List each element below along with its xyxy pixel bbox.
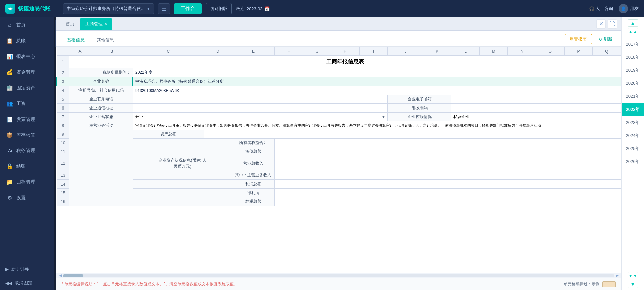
row-num: 13	[57, 171, 69, 180]
col-header-p[interactable]: P	[564, 47, 592, 56]
sidebar-item-reports[interactable]: 📊 报表中心	[0, 49, 56, 64]
company-selector[interactable]: 中审众环会计师事务所（特殊普通合伙... ▼	[63, 3, 154, 14]
col-header-m[interactable]: M	[480, 47, 508, 56]
user-menu[interactable]: 👤 用友	[619, 4, 639, 13]
year-nav-up-icon[interactable]: ▲	[628, 19, 638, 27]
report-title-cell[interactable]: 工商年报信息表	[69, 56, 621, 68]
business-value-cell[interactable]: 审查企业会计报表；出具审计报告；验证企业资本；出具验资报告；办理企业合开、分立、…	[133, 121, 621, 130]
postal-value-cell[interactable]	[451, 104, 621, 113]
sidebar-item-ledger[interactable]: 📋 总账	[0, 33, 56, 49]
col-header-q[interactable]: Q	[593, 47, 621, 56]
sidebar-item-home[interactable]: ⌂ 首页	[0, 17, 56, 33]
sub-tab-other[interactable]: 其他信息	[91, 34, 119, 46]
document-icon[interactable]: ☰	[158, 3, 170, 14]
col-header-k[interactable]: K	[423, 47, 451, 56]
business-label-cell: 主营业务活动	[69, 121, 133, 130]
scroll-right-icon[interactable]: ▶	[614, 273, 620, 278]
year-item-2017[interactable]: 2017年	[622, 38, 644, 51]
guide-button[interactable]: ▶ 新手引导	[0, 262, 56, 276]
sidebar-item-finance[interactable]: 💰 资金管理	[0, 64, 56, 80]
net-profit-value-cell[interactable]	[275, 189, 621, 197]
spreadsheet-scroll-area[interactable]: A B C D E F G H I J K L	[56, 47, 621, 273]
total-profit-value-cell[interactable]	[275, 180, 621, 189]
total-assets-value-cell[interactable]	[204, 130, 621, 139]
year-nav-up2-icon[interactable]: ▲▲	[628, 28, 638, 35]
col-header-h[interactable]: H	[331, 47, 359, 56]
col-header-g[interactable]: G	[303, 47, 331, 56]
year-item-2023[interactable]: 2023年	[622, 116, 644, 129]
reg-number-value-cell[interactable]: 91320100MA208E5W6K	[133, 86, 621, 95]
workbench-button[interactable]: 工作台	[174, 3, 202, 14]
year-nav-down-icon[interactable]: ▼▼	[628, 272, 638, 279]
col-header-f[interactable]: F	[275, 47, 303, 56]
maximize-icon[interactable]: ⛶	[608, 19, 617, 29]
year-item-2018[interactable]: 2018年	[622, 51, 644, 64]
period-value-cell[interactable]: 2022年度	[133, 68, 621, 77]
sidebar-item-assets[interactable]: 🏢 固定资产	[0, 80, 56, 96]
close-window-icon[interactable]: ✕	[596, 19, 606, 29]
year-item-2021[interactable]: 2021年	[622, 90, 644, 103]
right-year-panel: ▲ ▲▲ 2017年 2018年 2019年 2020年 2021年 2022年…	[621, 17, 644, 290]
col-header-b[interactable]: B	[91, 47, 133, 56]
sub-tab-basic[interactable]: 基础信息	[62, 34, 90, 46]
postal-label-cell: 邮政编码	[388, 104, 451, 113]
sidebar-item-invoice[interactable]: 🧾 发票管理	[0, 112, 56, 127]
year-item-2020[interactable]: 2020年	[622, 77, 644, 90]
company-name: 中审众环会计师事务所（特殊普通合伙...	[67, 6, 145, 12]
equity-value-cell[interactable]	[275, 139, 621, 147]
col-header-j[interactable]: J	[388, 47, 423, 56]
table-row: 5 企业联系电话 企业电子邮箱	[57, 95, 621, 104]
col-header-o[interactable]: O	[536, 47, 564, 56]
sidebar-label-tax: 税务管理	[16, 148, 35, 154]
sidebar-item-hr[interactable]: 👥 工资	[0, 96, 56, 112]
fin-status-span7	[133, 197, 204, 206]
email-value-cell[interactable]	[451, 95, 621, 104]
phone-value-cell[interactable]	[133, 95, 387, 104]
sidebar-label-archive: 归档管理	[16, 179, 35, 185]
sidebar-item-close[interactable]: 🔒 结账	[0, 158, 56, 174]
year-item-2022[interactable]: 2022年	[622, 103, 644, 116]
sidebar-item-inventory[interactable]: 📦 库存核算	[0, 127, 56, 143]
col-header-n[interactable]: N	[508, 47, 536, 56]
col-header-i[interactable]: I	[360, 47, 388, 56]
tab-close-icon[interactable]: ×	[105, 22, 107, 26]
table-row: 11 负债总额	[57, 147, 621, 156]
status-dropdown-cell[interactable]: 开业 ▼	[133, 113, 387, 121]
col-header-d[interactable]: D	[204, 47, 232, 56]
avatar: 👤	[619, 4, 628, 13]
refresh-button[interactable]: ↻ 刷新	[595, 34, 616, 44]
sidebar-item-archive[interactable]: 📁 归档管理	[0, 174, 56, 190]
reset-report-button[interactable]: 重置报表	[565, 34, 592, 44]
company-name-value-cell[interactable]: 中审众环会计师事务所（特殊普通合伙）江苏分所	[133, 77, 621, 86]
liabilities-value-cell[interactable]	[275, 147, 621, 156]
col-header-l[interactable]: L	[451, 47, 479, 56]
support-button[interactable]: 🎧 人工咨询	[589, 6, 613, 12]
total-revenue-value-cell[interactable]	[275, 156, 621, 171]
year-item-2024[interactable]: 2024年	[622, 129, 644, 142]
tab-bizmanagement[interactable]: 工商管理 ×	[80, 18, 112, 30]
total-tax-value-cell[interactable]	[275, 197, 621, 206]
unpin-button[interactable]: ◀◀ 取消固定	[0, 276, 56, 290]
old-version-button[interactable]: 切到旧版	[206, 3, 232, 14]
tab-home[interactable]: 首页	[60, 18, 80, 30]
ownership-value-cell[interactable]: 私营企业	[451, 113, 621, 121]
sidebar-item-tax[interactable]: 🗂 税务管理	[0, 143, 56, 158]
year-item-2026[interactable]: 2026年	[622, 155, 644, 168]
main-revenue-value-cell[interactable]	[275, 171, 621, 180]
horizontal-scrollbar[interactable]: ◀ ▶	[56, 273, 621, 278]
year-nav-down2-icon[interactable]: ▼	[628, 281, 638, 288]
calendar-icon[interactable]: 📅	[264, 6, 270, 11]
year-item-2025[interactable]: 2025年	[622, 142, 644, 155]
year-item-2019[interactable]: 2019年	[622, 64, 644, 77]
scroll-left-icon[interactable]: ◀	[58, 273, 63, 278]
app-logo: 畅捷通易代账	[5, 4, 59, 14]
sidebar-item-settings[interactable]: ⚙ 设置	[0, 190, 56, 206]
scroll-track[interactable]	[63, 274, 614, 277]
scroll-thumb[interactable]	[63, 274, 83, 277]
close-books-icon: 🔒	[6, 163, 13, 169]
col-header-c[interactable]: C	[133, 47, 204, 56]
sidebar-label-assets: 固定资产	[16, 85, 35, 91]
col-header-a[interactable]: A	[69, 47, 91, 56]
col-header-e[interactable]: E	[232, 47, 274, 56]
address-value-cell[interactable]	[133, 104, 387, 113]
